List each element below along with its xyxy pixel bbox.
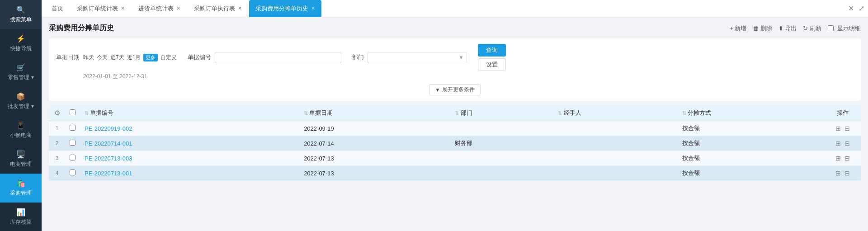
tab-purchase-fee-split[interactable]: 采购费用分摊单历史✕	[249, 0, 321, 17]
tab-bar: 首页采购订单统计表✕进货单统计表✕采购订单执行表✕采购费用分摊单历史✕ ✕ ⤢	[42, 0, 868, 17]
header-actions: + 新增 🗑 删除 ⬆ 导出 ↻ 刷新 显示明细	[730, 24, 861, 33]
tab-close-icon[interactable]: ✕	[311, 5, 315, 11]
row-num: 2	[49, 136, 65, 151]
sidebar-item-search[interactable]: 🔍搜索菜单	[0, 0, 42, 29]
doc-no-filter: 单据编号	[188, 52, 341, 63]
expand-label: 展开更多条件	[442, 86, 475, 94]
delete-row-icon[interactable]: ⊟	[844, 155, 850, 162]
add-button[interactable]: + 新增	[730, 24, 746, 33]
row-checkbox-cell	[65, 136, 80, 151]
date-today[interactable]: 今天	[97, 54, 108, 61]
table-row: 3 PE-20220713-003 2022-07-13 按金额 ⊞ ⊟	[49, 151, 861, 166]
tab-close-icon[interactable]: ✕	[176, 5, 180, 11]
delete-row-icon[interactable]: ⊟	[844, 140, 850, 147]
content-area: 采购费用分摊单历史 + 新增 🗑 删除 ⬆ 导出 ↻ 刷新 显示明细 单据日期	[42, 17, 868, 231]
tab-home[interactable]: 首页	[45, 0, 70, 17]
chevron-down-icon-expand: ▼	[435, 87, 440, 93]
sidebar-item-label: 快捷导航	[10, 45, 32, 52]
display-toggle[interactable]: 显示明细	[828, 24, 861, 33]
row-doc-no: PE-20220713-003	[80, 151, 299, 166]
table-header-row: ⚙ 单据编号 单据日期 部门 经手人 分摊方式 操作	[49, 105, 861, 121]
tab-label: 采购订单统计表	[77, 5, 118, 13]
sidebar-item-quick[interactable]: ⚡快捷导航	[0, 29, 42, 58]
row-date: 2022-09-19	[299, 121, 450, 136]
gear-icon[interactable]: ⚙	[54, 109, 60, 117]
tab-label: 首页	[52, 5, 63, 13]
row-method: 按金额	[678, 151, 825, 166]
inventory-icon: 📊	[16, 208, 25, 217]
dept-col-header[interactable]: 部门	[450, 105, 553, 121]
refresh-button[interactable]: ↻ 刷新	[803, 24, 821, 33]
tab-purchase-goods-stats[interactable]: 进货单统计表✕	[132, 0, 187, 17]
row-date: 2022-07-14	[299, 136, 450, 151]
retail-icon: 🛒	[16, 63, 25, 72]
row-num: 1	[49, 121, 65, 136]
row-checkbox-cell	[65, 166, 80, 181]
delete-button[interactable]: 🗑 删除	[753, 24, 772, 33]
tab-close-icon[interactable]: ✕	[238, 5, 242, 11]
row-checkbox[interactable]	[70, 155, 75, 160]
doc-no-link[interactable]: PE-20220713-001	[85, 170, 132, 177]
tab-close-icon[interactable]: ✕	[121, 5, 125, 11]
method-col-header[interactable]: 分摊方式	[678, 105, 825, 121]
date-1month[interactable]: 近1月	[127, 54, 141, 61]
sidebar-item-mini[interactable]: 📱小畅电商	[0, 116, 42, 145]
ops-col-header: 操作	[825, 105, 861, 121]
tab-purchase-order-stats[interactable]: 采购订单统计表✕	[71, 0, 131, 17]
row-ops: ⊞ ⊟	[825, 136, 861, 151]
filter-row: 单据日期 昨天 今天 近7天 近1月 更多 自定义 单据编号	[56, 44, 854, 71]
sidebar-item-inventory[interactable]: 📊库存核算	[0, 203, 42, 231]
row-checkbox[interactable]	[70, 140, 75, 146]
table-row: 2 PE-20220714-001 2022-07-14 财务部 按金额 ⊞ ⊟	[49, 136, 861, 151]
sidebar-item-wholesale[interactable]: 📦批发管理 ▾	[0, 87, 42, 116]
display-detail-checkbox[interactable]	[828, 25, 834, 31]
sidebar-item-ecommerce[interactable]: 🖥️电商管理	[0, 145, 42, 174]
date-yesterday[interactable]: 昨天	[83, 54, 94, 61]
tab-label: 采购订单执行表	[194, 5, 235, 13]
date-more[interactable]: 更多	[143, 54, 158, 61]
setting-button[interactable]: 设置	[478, 58, 506, 71]
settings-col-header: ⚙	[49, 105, 65, 121]
doc-no-link[interactable]: PE-20220713-003	[85, 155, 132, 162]
export-button[interactable]: ⬆ 导出	[778, 24, 797, 33]
dept-select[interactable]: 财务部	[368, 52, 467, 63]
data-table: ⚙ 单据编号 单据日期 部门 经手人 分摊方式 操作 1	[49, 105, 861, 181]
filter-buttons: 查询 设置	[478, 44, 506, 71]
expand-window-icon[interactable]: ⤢	[859, 4, 864, 13]
query-button[interactable]: 查询	[478, 44, 506, 57]
table-row: 1 PE-20220919-002 2022-09-19 按金额 ⊞ ⊟	[49, 121, 861, 136]
date-filter-label: 单据日期	[56, 53, 80, 61]
date-7days[interactable]: 近7天	[110, 54, 124, 61]
doc-no-col-header[interactable]: 单据编号	[80, 105, 299, 121]
expand-row: ▼ 展开更多条件	[56, 84, 854, 95]
page-header: 采购费用分摊单历史 + 新增 🗑 删除 ⬆ 导出 ↻ 刷新 显示明细	[49, 24, 861, 33]
doc-no-link[interactable]: PE-20220919-002	[85, 125, 132, 132]
row-method: 按金额	[678, 136, 825, 151]
handler-col-header[interactable]: 经手人	[553, 105, 678, 121]
close-window-icon[interactable]: ✕	[848, 4, 854, 13]
search-icon: 🔍	[16, 5, 25, 14]
delete-row-icon[interactable]: ⊟	[844, 170, 850, 177]
row-method: 按金额	[678, 121, 825, 136]
doc-no-label: 单据编号	[188, 53, 211, 61]
edit-icon[interactable]: ⊞	[835, 155, 841, 162]
tab-purchase-order-exec[interactable]: 采购订单执行表✕	[188, 0, 248, 17]
select-all-checkbox[interactable]	[70, 109, 75, 115]
sidebar-item-retail[interactable]: 🛒零售管理 ▾	[0, 58, 42, 87]
edit-icon[interactable]: ⊞	[835, 125, 841, 132]
row-date: 2022-07-13	[299, 151, 450, 166]
wholesale-icon: 📦	[16, 92, 25, 101]
row-checkbox[interactable]	[70, 170, 75, 175]
doc-no-link[interactable]: PE-20220714-001	[85, 140, 132, 147]
edit-icon[interactable]: ⊞	[835, 140, 841, 147]
delete-row-icon[interactable]: ⊟	[844, 125, 850, 132]
sidebar-item-purchase[interactable]: 🛍️采购管理	[0, 174, 42, 203]
sidebar-item-label: 小畅电商	[10, 132, 32, 139]
row-checkbox-cell	[65, 121, 80, 136]
doc-no-input[interactable]	[215, 52, 341, 63]
row-checkbox[interactable]	[70, 125, 75, 131]
edit-icon[interactable]: ⊞	[835, 170, 841, 177]
date-col-header[interactable]: 单据日期	[299, 105, 450, 121]
date-custom[interactable]: 自定义	[160, 54, 177, 61]
expand-conditions-button[interactable]: ▼ 展开更多条件	[429, 84, 481, 95]
